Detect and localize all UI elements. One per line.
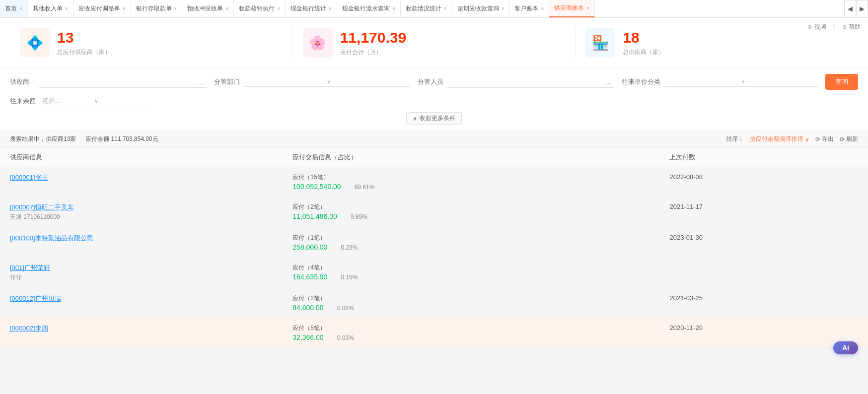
nav-tab-customer-ledger[interactable]: 客户账本× — [509, 0, 549, 17]
tab-close-adjust[interactable]: × — [123, 6, 126, 11]
export-label: 导出 — [822, 135, 834, 143]
nav-arrow-left[interactable]: ◀ — [844, 0, 856, 18]
transaction-amount[interactable]: 258,000.00 — [292, 243, 327, 251]
ai-badge[interactable]: Ai — [833, 341, 858, 348]
supplier-link[interactable]: [000002]李四 — [10, 325, 48, 332]
nav-tab-home[interactable]: 首页× — [0, 0, 28, 17]
tab-close-cash-flow-query[interactable]: × — [392, 6, 395, 11]
person-input[interactable] — [450, 78, 606, 85]
tab-label-customer-ledger: 客户账本 — [514, 4, 538, 13]
card-icon-3: 🏪 — [585, 28, 615, 58]
transaction-amount[interactable]: 94,600.00 — [292, 304, 323, 312]
last-payment-date: 2023-01-30 — [669, 234, 703, 241]
category-chevron: ∨ — [741, 78, 815, 85]
nav-tab-supplier-ledger[interactable]: 供应商账本× — [549, 0, 595, 17]
col-header-supplier: 供应商信息 — [10, 153, 292, 162]
nav-tab-cash-flow-query[interactable]: 现金银行流水查询× — [337, 0, 401, 17]
nav-tab-receipt-verify[interactable]: 收款核销执行× — [234, 0, 286, 17]
person-dots[interactable]: ... — [606, 78, 612, 86]
balance-value: 选择... — [42, 96, 94, 105]
result-amount: 应付金额 111,703,854.00元 — [85, 135, 158, 142]
dept-field: 分管部门 ∨ — [214, 77, 411, 87]
tab-close-customer-ledger[interactable]: × — [541, 6, 544, 11]
transaction-pct: 89.61% — [355, 184, 375, 191]
transaction-amount[interactable]: 100,092,540.00 — [292, 183, 341, 191]
sort-select[interactable]: 按应付余额倒序排序 ∨ — [750, 135, 809, 143]
table-body: [000001]张三应付（15笔）100,092,540.0089.61%202… — [0, 167, 868, 348]
transaction-label: 应付（5笔） — [292, 324, 669, 332]
tab-close-bank-deposit[interactable]: × — [174, 6, 177, 11]
tab-label-other-income: 其他收入单 — [33, 4, 63, 13]
transaction-amount-row: 164,635.900.15% — [292, 272, 669, 281]
balance-select[interactable]: 选择... ∨ — [40, 95, 149, 107]
transaction-amount-row: 258,000.000.23% — [292, 242, 669, 251]
nav-arrow-right[interactable]: ▶ — [856, 0, 868, 18]
query-button[interactable]: 查询 — [825, 74, 858, 90]
video-link[interactable]: ⊙ 视频 — [807, 23, 826, 31]
last-payment-date: 2022-08-08 — [669, 173, 703, 181]
tab-label-prepay-recv: 预收冲应收单 — [187, 4, 223, 13]
dept-select[interactable]: ∨ — [244, 77, 411, 87]
sort-area: 排序： 按应付余额倒序排序 ∨ ⟳ 导出 ⟳ 刷新 — [726, 135, 858, 143]
tab-label-bank-deposit: 银行存取款单 — [136, 4, 172, 13]
transaction-amount-row: 32,366.000.03% — [292, 332, 669, 341]
transaction-label: 应付（4笔） — [292, 263, 669, 272]
supplier-input-wrapper: ... — [39, 76, 207, 88]
supplier-input[interactable] — [41, 78, 198, 85]
transaction-amount[interactable]: 164,635.90 — [292, 273, 327, 281]
nav-tab-prepay-recv[interactable]: 预收冲应收单× — [182, 0, 234, 17]
category-select[interactable]: ∨ — [664, 77, 818, 87]
tab-close-receipt-verify[interactable]: × — [277, 6, 280, 11]
supplier-info-cell: [000012]广州贝瑞 — [10, 294, 292, 303]
dept-label: 分管部门 — [214, 77, 240, 86]
tab-label-adjust: 应收应付调整单 — [78, 4, 120, 13]
search-area: 供应商 ... 分管部门 ∨ 分管人员 ... 往来单位分类 — [0, 68, 868, 131]
help-link[interactable]: ⊙ 帮助 — [842, 23, 861, 31]
tab-close-overdue-recv[interactable]: × — [502, 6, 505, 11]
nav-tab-bank-deposit[interactable]: 银行存取款单× — [131, 0, 183, 17]
nav-tab-overdue-recv[interactable]: 超期应收款查询× — [452, 0, 510, 17]
transaction-amount[interactable]: 11,051,486.00 — [292, 212, 337, 220]
transaction-amount[interactable]: 32,366.00 — [292, 333, 323, 341]
supplier-link[interactable]: [000012]广州贝瑞 — [10, 295, 61, 302]
supplier-field: 供应商 ... — [10, 76, 207, 88]
supplier-link[interactable]: [000100]本特勤油品有限公司 — [10, 234, 93, 242]
transaction-label: 应付（1笔） — [292, 234, 669, 242]
supplier-link[interactable]: [000007]恒旺二手叉车 — [10, 203, 74, 211]
refresh-icon: ⟳ — [840, 136, 845, 143]
collapse-button[interactable]: ∧ 收起更多条件 — [406, 112, 462, 125]
table-row: [000002]李四应付（5笔）32,366.000.03%2020-11-20 — [0, 318, 868, 348]
supplier-link[interactable]: [001]广州荣轩 — [10, 264, 50, 271]
tab-close-home[interactable]: × — [19, 6, 22, 11]
tab-label-supplier-ledger: 供应商账本 — [554, 4, 584, 12]
card-content-1: 13 总应付供应商（家） — [57, 29, 111, 57]
tab-close-other-income[interactable]: × — [65, 6, 68, 11]
transaction-label: 应付（2笔） — [292, 294, 669, 303]
summary-card-2: 🌸 11,170.39 应付合计（万） — [293, 25, 576, 60]
tab-close-prepay-recv[interactable]: × — [225, 6, 228, 11]
nav-tab-recv-stat[interactable]: 收款情况统计× — [401, 0, 452, 17]
tab-close-cash-bank-stat[interactable]: × — [329, 6, 332, 11]
supplier-info-cell: [000002]李四 — [10, 324, 292, 333]
refresh-button[interactable]: ⟳ 刷新 — [840, 135, 858, 143]
transaction-amount-row: 100,092,540.0089.61% — [292, 182, 669, 191]
person-field: 分管人员 ... — [418, 76, 614, 88]
sort-arrow: ∨ — [805, 136, 809, 143]
transaction-pct: 0.03% — [337, 334, 354, 341]
supplier-dots[interactable]: ... — [198, 78, 204, 86]
transaction-cell: 应付（4笔）164,635.900.15% — [292, 263, 669, 281]
supplier-link[interactable]: [000001]张三 — [10, 174, 48, 181]
table-row: [000012]广州贝瑞应付（2笔）94,600.000.08%2021-03-… — [0, 288, 868, 318]
nav-tab-adjust[interactable]: 应收应付调整单× — [73, 0, 131, 17]
balance-chevron: ∨ — [94, 98, 146, 104]
nav-tab-cash-bank-stat[interactable]: 现金银行统计× — [286, 0, 337, 17]
last-payment-date: 2021-11-17 — [669, 203, 703, 210]
tab-close-supplier-ledger[interactable]: × — [586, 5, 589, 11]
tab-close-recv-stat[interactable]: × — [444, 6, 447, 11]
tab-label-recv-stat: 收款情况统计 — [406, 4, 441, 13]
nav-tab-other-income[interactable]: 其他收入单× — [28, 0, 73, 17]
sort-label: 排序： — [726, 135, 744, 143]
dept-chevron: ∨ — [327, 78, 408, 85]
export-button[interactable]: ⟳ 导出 — [815, 135, 834, 143]
last-payment-date: 2021-03-25 — [669, 294, 703, 302]
